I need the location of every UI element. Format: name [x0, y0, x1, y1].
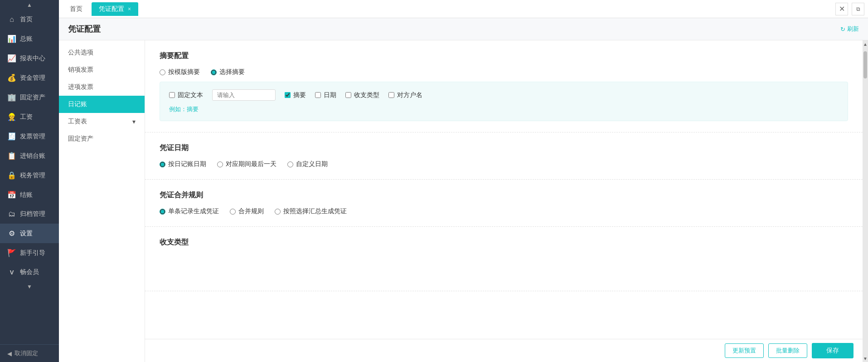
- section-merge-rules: 凭证合并规则 单条记录生成凭证 合并规则 按照选择汇总生成凭证: [145, 180, 863, 227]
- salary-icon: 👷: [7, 113, 16, 121]
- tab-home[interactable]: 首页: [63, 2, 90, 16]
- sidebar-item-funds[interactable]: 💰 资金管理: [0, 68, 59, 88]
- checkbox-abstract-input[interactable]: [285, 92, 291, 98]
- section-voucher-date-title: 凭证日期: [160, 143, 848, 153]
- tab-bar-right: ✕ ⧉: [835, 3, 864, 15]
- left-nav-sales-invoice[interactable]: 销项发票: [59, 61, 145, 78]
- batch-delete-button[interactable]: 批量删除: [768, 343, 807, 358]
- section-income-expense: 收支类型: [145, 227, 863, 291]
- radio-journal-date-input[interactable]: [160, 161, 165, 167]
- left-nav-payroll[interactable]: 工资表 ▾: [59, 113, 145, 130]
- checkbox-income-expense-type[interactable]: 收支类型: [345, 91, 379, 99]
- section-voucher-date: 凭证日期 按日记账日期 对应期间最后一天 自定义日期: [145, 132, 863, 180]
- sidebar-item-home[interactable]: ⌂ 首页: [0, 10, 59, 29]
- main-area: 首页 凭证配置 × ✕ ⧉ 凭证配置 ↻ 刷新 公共选项: [59, 0, 868, 362]
- fixed-text-input[interactable]: [212, 89, 276, 101]
- sidebar-item-archive-label: 归档管理: [20, 210, 45, 218]
- sidebar-item-salary[interactable]: 👷 工资: [0, 107, 59, 127]
- tab-close-window-btn[interactable]: ✕: [835, 3, 848, 15]
- sidebar: ▲ ⌂ 首页 📊 总账 📈 报表中心 💰 资金管理 🏢 固定资产 👷 工资 🧾 …: [0, 0, 59, 362]
- ledger-icon: 📊: [7, 34, 16, 43]
- checkbox-fixed-text-input[interactable]: [169, 92, 175, 98]
- left-nav-journal[interactable]: 日记账: [59, 96, 145, 113]
- sidebar-item-reports[interactable]: 📈 报表中心: [0, 49, 59, 68]
- content-wrap: 凭证配置 ↻ 刷新 公共选项 销项发票 进项发票 日记账: [59, 18, 868, 362]
- radio-single-record-input[interactable]: [160, 209, 165, 215]
- scroll-up-arrow[interactable]: ▲: [863, 40, 868, 48]
- close-accounts-icon: 📅: [7, 191, 16, 199]
- sidebar-item-purchase-sale[interactable]: 📋 进销台账: [0, 146, 59, 166]
- sidebar-item-purchase-sale-label: 进销台账: [20, 152, 45, 160]
- refresh-icon: ↻: [840, 26, 845, 33]
- refresh-button[interactable]: ↻ 刷新: [840, 25, 859, 33]
- tab-close-icon[interactable]: ×: [128, 6, 131, 12]
- scroll-thumb[interactable]: [863, 51, 867, 78]
- sidebar-cancel-fixed[interactable]: ◀ 取消固定: [0, 344, 59, 362]
- merge-rules-radio-group: 单条记录生成凭证 合并规则 按照选择汇总生成凭证: [160, 207, 848, 215]
- tab-restore-btn[interactable]: ⧉: [852, 3, 864, 15]
- radio-single-record[interactable]: 单条记录生成凭证: [160, 207, 219, 215]
- checkbox-counterparty-name[interactable]: 对方户名: [388, 91, 422, 99]
- left-nav: 公共选项 销项发票 进项发票 日记账 工资表 ▾ 固定资产: [59, 40, 145, 362]
- radio-last-day-input[interactable]: [217, 161, 223, 167]
- sidebar-item-archive[interactable]: 🗂 归档管理: [0, 205, 59, 224]
- checkbox-counterparty-input[interactable]: [388, 92, 394, 98]
- checkbox-income-expense-input[interactable]: [345, 92, 351, 98]
- page-header: 凭证配置 ↻ 刷新: [59, 18, 868, 40]
- radio-last-day[interactable]: 对应期间最后一天: [217, 160, 276, 168]
- radio-custom-date[interactable]: 自定义日期: [287, 160, 328, 168]
- chevron-down-icon: ▾: [132, 118, 136, 125]
- radio-merge-rules-input[interactable]: [230, 209, 236, 215]
- radio-by-selection-input[interactable]: [275, 209, 281, 215]
- save-button[interactable]: 保存: [812, 343, 853, 358]
- section-income-expense-title: 收支类型: [160, 238, 848, 247]
- body-layout: 公共选项 销项发票 进项发票 日记账 工资表 ▾ 固定资产: [59, 40, 868, 362]
- sidebar-item-settings[interactable]: ⚙ 设置: [0, 224, 59, 243]
- radio-template-mode[interactable]: 按模版摘要: [160, 68, 200, 76]
- sidebar-item-tax[interactable]: 🔒 税务管理: [0, 166, 59, 185]
- checkbox-date-input[interactable]: [315, 92, 321, 98]
- funds-icon: 💰: [7, 73, 16, 82]
- radio-merge-rules[interactable]: 合并规则: [230, 207, 264, 215]
- sidebar-item-guide[interactable]: 🚩 新手引导: [0, 243, 59, 263]
- sidebar-item-ledger[interactable]: 📊 总账: [0, 29, 59, 49]
- sidebar-item-invoice-mgmt-label: 发票管理: [20, 132, 45, 141]
- radio-select-mode[interactable]: 选择摘要: [211, 68, 245, 76]
- sidebar-item-tax-label: 税务管理: [20, 171, 45, 180]
- checkbox-date[interactable]: 日期: [315, 91, 336, 99]
- checkbox-abstract[interactable]: 摘要: [285, 91, 306, 99]
- settings-icon: ⚙: [7, 229, 16, 238]
- sidebar-item-close[interactable]: 📅 结账: [0, 185, 59, 205]
- voucher-date-radio-group: 按日记账日期 对应期间最后一天 自定义日期: [160, 160, 848, 168]
- sidebar-item-settings-label: 设置: [20, 230, 33, 238]
- left-nav-fixed-assets[interactable]: 固定资产: [59, 130, 145, 147]
- radio-template-mode-input[interactable]: [160, 69, 165, 75]
- reports-icon: 📈: [7, 54, 16, 63]
- tax-icon: 🔒: [7, 171, 16, 180]
- sidebar-scroll-down[interactable]: ▼: [0, 282, 59, 292]
- sidebar-item-vip[interactable]: V 畅会员: [0, 263, 59, 282]
- purchase-sale-icon: 📋: [7, 152, 16, 160]
- sidebar-scroll-up[interactable]: ▲: [0, 0, 59, 10]
- section-merge-title: 凭证合并规则: [160, 191, 848, 200]
- left-nav-purchase-invoice[interactable]: 进项发票: [59, 78, 145, 96]
- tab-voucher-config[interactable]: 凭证配置 ×: [92, 2, 138, 16]
- sidebar-item-vip-label: 畅会员: [20, 268, 39, 276]
- left-nav-public[interactable]: 公共选项: [59, 44, 145, 61]
- radio-select-mode-input[interactable]: [211, 69, 217, 75]
- sidebar-item-close-label: 结账: [20, 191, 33, 199]
- radio-by-journal-date[interactable]: 按日记账日期: [160, 160, 206, 168]
- sidebar-item-invoice-mgmt[interactable]: 🧾 发票管理: [0, 127, 59, 146]
- sidebar-item-ledger-label: 总账: [20, 35, 33, 43]
- radio-by-selection[interactable]: 按照选择汇总生成凭证: [275, 207, 347, 215]
- update-preset-button[interactable]: 更新预置: [725, 343, 764, 358]
- assets-icon: 🏢: [7, 93, 16, 102]
- checkbox-fixed-text[interactable]: 固定文本: [169, 91, 203, 99]
- radio-custom-date-input[interactable]: [287, 161, 293, 167]
- example-text: 例如：摘要: [169, 105, 839, 113]
- sidebar-item-assets[interactable]: 🏢 固定资产: [0, 88, 59, 107]
- scroll-down-arrow[interactable]: ▼: [863, 355, 868, 362]
- home-icon: ⌂: [7, 15, 16, 24]
- guide-icon: 🚩: [7, 249, 16, 257]
- section-summary-title: 摘要配置: [160, 51, 848, 61]
